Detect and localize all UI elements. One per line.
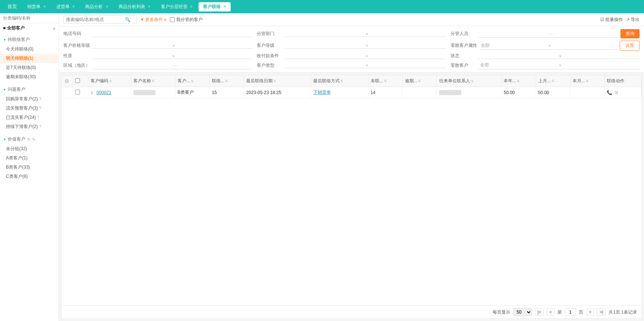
row-checkbox-cell (73, 87, 88, 98)
sidebar-item-class-b[interactable]: B类客户(33) (0, 163, 59, 172)
page-size-select[interactable]: 50 100 200 (513, 308, 532, 316)
filter-status-select[interactable]: ∨ (479, 53, 640, 59)
sidebar-item-declining[interactable]: 持续下滑客户(2) ? (0, 122, 59, 131)
filter-customer-grade-select[interactable]: ∨ (285, 43, 446, 49)
row-code-link[interactable]: 000021 (97, 90, 111, 95)
more-conditions-btn[interactable]: ▼ 更多条件 ∧ (140, 17, 167, 23)
sidebar-item-7days[interactable]: 近7天待联络(0) (0, 63, 59, 72)
nav-customer-contact[interactable]: 客户联络 × (199, 2, 231, 11)
prev-page-btn[interactable]: < (547, 308, 554, 316)
filter-gender-select[interactable]: ∨ (91, 53, 252, 59)
nav-close-purchase-order[interactable]: × (72, 4, 75, 9)
batch-op-btn[interactable]: ☑ 批量操作 (600, 17, 623, 23)
table-scroll-area[interactable]: ⚙ 客户编码 ⇅ (62, 75, 641, 306)
row-this-year-cell: 50.00 (501, 87, 536, 98)
sidebar-all-customers[interactable]: ■ 全部客户 « (0, 23, 59, 33)
filter-value-grade-select[interactable]: ∨ (92, 43, 252, 49)
filter-gender: 性质 ∨ (63, 53, 252, 59)
sort-icon-type[interactable]: ⇅ (191, 79, 194, 83)
filter-phone-input[interactable] (91, 30, 252, 37)
nav-close-customer-stratification[interactable]: × (190, 4, 193, 9)
table-footer: 每页显示 50 100 200 |< < 第 页 > >| 共1页 1条记录 (62, 306, 641, 318)
nav-close-product-analysis-list[interactable]: × (148, 4, 151, 9)
sort-icon-this-year[interactable]: ⇅ (517, 79, 520, 83)
sort-icon-name[interactable]: ⇅ (152, 79, 155, 83)
sidebar-item-churn-warning[interactable]: 流失预警客户(3) ? (0, 104, 59, 113)
filter-retail-attr: 零散客户属性 全部 ∨ 设置 (451, 41, 640, 51)
row-checkbox[interactable] (75, 90, 80, 94)
chevron-up-icon: ∧ (164, 17, 167, 22)
sort-icon-last-date[interactable]: ⇅ (273, 79, 276, 83)
nav-purchase-order[interactable]: 进货单 × (52, 2, 80, 11)
last-page-btn[interactable]: >| (597, 308, 606, 316)
value-refresh-icon[interactable]: ↻ (27, 137, 31, 142)
filter-payment: 收付款条件 ∨ (257, 53, 446, 59)
row-last-method-link[interactable]: 下销货单 (313, 90, 331, 95)
sort-icon-last-month[interactable]: ⇅ (552, 79, 554, 83)
sidebar-search-input[interactable] (3, 15, 58, 21)
table-gear-icon[interactable]: ⚙ (64, 78, 69, 84)
my-customers-checkbox[interactable] (170, 17, 175, 22)
sidebar-item-today[interactable]: 今天待联络(0) (0, 45, 59, 54)
page-number-input[interactable] (565, 308, 576, 316)
filter-customer-grade: 客户等级 ∨ (257, 41, 446, 51)
chevron-down-icon-5: ∨ (172, 54, 251, 58)
col-last-month: 上月... ⇅ (536, 75, 570, 87)
sort-icon-contact-person[interactable]: ⇅ (471, 79, 474, 83)
filter-dept-label: 分管部门 (257, 31, 283, 37)
filter-region-select[interactable]: ··· (92, 62, 252, 69)
settings-button[interactable]: 设置 (620, 41, 640, 51)
row-last-date-cell: 2023-05-23 18:25: (244, 87, 311, 98)
table-select-all-checkbox[interactable] (75, 78, 80, 83)
sort-icon-last-method[interactable]: ⇅ (340, 79, 343, 83)
sidebar-item-class-a[interactable]: A类客户(1) (0, 153, 59, 163)
my-customers-checkbox-wrap: 我分管的客户 (170, 17, 203, 23)
sidebar-item-ungrouped[interactable]: 未分组(32) (0, 144, 59, 153)
filter-retail-attr-select[interactable]: 全部 ∨ (479, 42, 617, 50)
chevron-down-icon-7: ∨ (559, 54, 638, 58)
sort-icon-no-contact[interactable]: ⇅ (384, 79, 387, 83)
sidebar-item-churned[interactable]: 已流失客户(24) ? (0, 113, 59, 122)
filter-phone: 电话号码 (63, 29, 252, 38)
nav-close-product-analysis[interactable]: × (106, 4, 108, 9)
filter-status-label: 状态 (451, 53, 476, 59)
nav-product-analysis[interactable]: 商品分析 × (81, 2, 113, 11)
filter-status: 状态 ∨ (451, 53, 640, 59)
filter-dept-select[interactable]: ∨ (285, 31, 446, 37)
sort-icon-contact-count[interactable]: ⇅ (225, 79, 228, 83)
nav-customer-stratification[interactable]: 客户分层经营 × (157, 2, 197, 11)
filter-manager: 分管人员 ··· 查询 (451, 29, 640, 38)
row-name-cell (131, 87, 175, 98)
filter-payment-select[interactable]: ∨ (285, 53, 446, 59)
nav-home[interactable]: 首页 (3, 2, 21, 11)
first-page-btn[interactable]: |< (535, 308, 544, 316)
sidebar-item-overdue[interactable]: 逾期未联络(30) (0, 72, 59, 82)
filter-customer-type-select[interactable]: ∨ (285, 62, 446, 68)
value-edit-icon[interactable]: ✎ (32, 137, 36, 142)
action-phone-icon[interactable]: 📞 (607, 90, 612, 95)
search-input[interactable] (66, 17, 125, 22)
search-icon[interactable]: 🔍 (125, 17, 130, 22)
nav-sales-order[interactable]: 销货单 × (23, 2, 50, 11)
filter-icon: ▼ (140, 17, 144, 22)
sidebar-item-tomorrow[interactable]: 明天待联络(1) (0, 54, 59, 63)
filter-phone-label: 电话号码 (63, 31, 89, 37)
row-name-masked (133, 90, 155, 95)
sidebar-group-pending: 待联络客户 今天待联络(0) 明天待联络(1) 近7天待联络(0) 逾期未联络(… (0, 33, 59, 83)
filter-manager-select[interactable]: ··· (479, 30, 618, 38)
row-settings-cell (62, 87, 73, 98)
nav-close-customer-contact[interactable]: × (224, 4, 226, 9)
nav-product-analysis-list[interactable]: 商品分析列表 × (114, 2, 155, 11)
sort-icon-code[interactable]: ⇅ (109, 79, 112, 83)
sort-icon-overdue[interactable]: ⇅ (418, 79, 421, 83)
nav-close-sales-order[interactable]: × (43, 4, 46, 9)
action-more-icon[interactable]: ⊞ (615, 90, 618, 95)
query-button[interactable]: 查询 (620, 29, 640, 38)
col-type: 客户... ⇅ (175, 75, 209, 87)
sidebar-item-class-c[interactable]: C类客户(6) (0, 172, 59, 181)
filter-retail-customer-select[interactable]: 全部 ∨ (479, 61, 640, 69)
next-page-btn[interactable]: > (586, 308, 594, 316)
export-btn[interactable]: ↗ 导出 (626, 17, 640, 23)
sort-icon-this-month[interactable]: ⇅ (586, 79, 589, 83)
sidebar-item-repurchase-anomaly[interactable]: 回购异常客户(2) ? (0, 94, 59, 104)
